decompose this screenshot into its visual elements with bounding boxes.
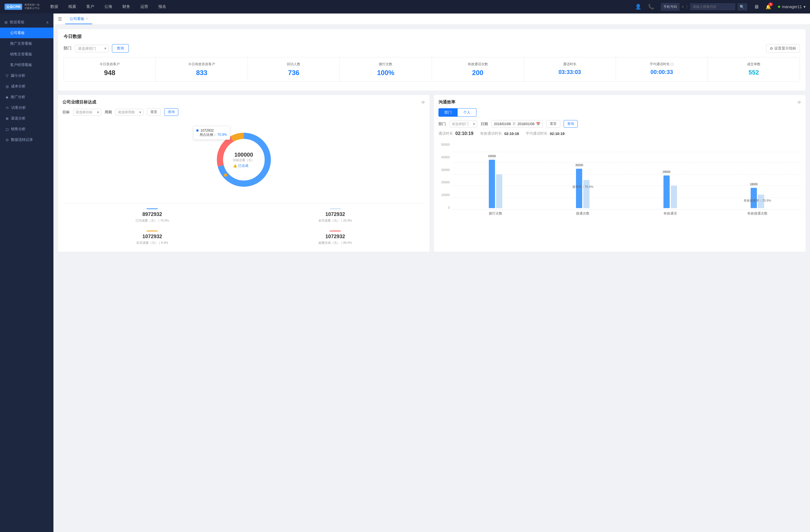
y-label-0: 0 [448,206,450,209]
eff-reset-button[interactable]: 重置 [546,120,560,128]
eff-avg-label: 平均通话时长 [526,131,548,136]
sidebar-item-visitor[interactable]: ♾访客分析 [0,102,53,113]
search-input[interactable] [690,3,735,10]
stat-deals: 成交单数 552 [708,57,799,81]
incomplete-label: 未完成量（元）｜20.9% [248,218,423,223]
grid-icon: ⊞ [4,20,7,24]
page-content: 今日数据 部门 请选择部门 查询 ⚙ 设置显示指标 [53,25,810,256]
hamburger-icon[interactable]: ☰ [58,16,62,22]
layout: ⊞ 数据看板 ∧ 公司看板 推广主管看板 销售主管看板 客户经理看板 ▽漏斗分析… [0,0,810,532]
sidebar-item-marketing-manager[interactable]: 推广主管看板 [0,38,53,49]
goal-panel-title: 公司业绩目标达成 [62,100,96,105]
stat-label-7: 成交单数 [711,62,796,67]
bar-dial-light [496,174,502,208]
bar-effective-connect-main: 18000 [751,188,757,208]
eff-effective-label: 有效通话时长 [480,131,502,136]
username: manager11 [782,4,802,9]
logo-line1: 云朵CRM [6,5,20,9]
goal-stats: 8972932 已完成量（元）｜70.9% 1072932 未完成量（元）｜20… [62,203,425,247]
sidebar-section-dashboard: ⊞ 数据看板 ∧ 公司看板 推广主管看板 销售主管看板 客户经理看板 ▽漏斗分析… [0,14,53,148]
goal-reset-button[interactable]: 重置 [147,108,161,116]
sidebar-item-data-flow[interactable]: ⊙数据流转记录 [0,134,53,145]
nav-leads[interactable]: 线索 [66,3,79,11]
monitor-icon[interactable]: 🖥 [754,4,759,10]
stat-value-7: 552 [711,69,796,76]
efficiency-refresh-icon[interactable]: ⟳ [798,100,801,105]
person-icon[interactable]: 👤 [635,4,641,10]
eff-tab-dept[interactable]: 部门 [438,108,458,117]
dept-label: 部门 [64,46,71,51]
y-label-40000: 40000 [441,155,450,159]
stat-label-5: 通话时长 [527,62,612,67]
nav-data[interactable]: 数据 [48,3,61,11]
stat-label-3: 拨打次数 [343,62,428,67]
sidebar-group-header[interactable]: ⊞ 数据看板 ∧ [0,17,53,28]
bar-connect-light [583,180,589,208]
chart-content: 43000 35000 [452,143,801,216]
bar-effective-main: 29000 [663,176,670,208]
thumbup-icon: 👍 [233,164,237,168]
logo-box: 云朵CRM [4,4,22,10]
eff-avg-duration-group: 平均通话时长 02:10:19 [526,131,565,136]
nav-enrollment[interactable]: 报名 [156,3,168,11]
bar-group-effective: 29000 [627,176,714,209]
sidebar-item-promotion[interactable]: ◈推广分析 [0,92,53,102]
top-nav: 云朵CRM 教育机构一站式服务云平台 数据 线索 客户 公海 财务 运营 报名 … [0,0,810,14]
panels-row: 公司业绩目标达成 ⟳ 目标 请选择目标 周期 请选 [58,95,806,252]
sidebar-item-funnel[interactable]: ▽漏斗分析 [0,70,53,81]
goal-panel-header: 公司业绩目标达成 ⟳ [62,100,425,105]
eff-dept-select[interactable]: 请选择部门 [449,121,477,127]
phone-icon[interactable]: 📞 [648,4,654,10]
stat-label-0: 今日首咨客户 [67,62,152,67]
sidebar-item-sales[interactable]: ◻销售分析 [0,124,53,134]
eff-dept-label: 部门 [438,121,446,127]
search-type-select[interactable]: 手机号码 [661,3,680,11]
nav-finance[interactable]: 财务 [120,3,132,11]
nav-customers[interactable]: 客户 [84,3,96,11]
sidebar-item-company[interactable]: 公司看板 [0,28,53,38]
donut-achieved: 👍 已达成 [233,163,255,168]
eff-query-button[interactable]: 查询 [564,120,578,128]
efficiency-tabs: 部门 个人 [438,108,801,117]
dept-select[interactable]: 请选择部门 [75,45,109,52]
user-info[interactable]: manager11 ▾ [778,4,806,9]
goal-stat-exceeded: 1072932 超额完成（元）｜89.9% [245,228,425,247]
bar-group-connect: 35000 接通率：70.9% [539,169,626,209]
bar-dial-main: 43000 [489,160,495,208]
period-select[interactable]: 请选择周期 [115,109,143,116]
sidebar-collapse-icon: ∧ [46,20,49,24]
bar-label-18000: 18000 [750,183,758,186]
goal-refresh-icon[interactable]: ⟳ [422,100,425,105]
settings-button[interactable]: ⚙ 设置显示指标 [766,44,800,53]
nav-public[interactable]: 公海 [102,3,114,11]
sidebar-item-channel[interactable]: ⊗渠道分析 [0,113,53,124]
eff-duration-group: 通话时长 02:10:19 [438,131,473,136]
tab-close-company[interactable]: × [86,17,88,20]
tab-company[interactable]: 公司看板 × [65,14,92,24]
y-label-10000: 10000 [441,193,450,197]
bell-icon[interactable]: 🔔 5 [765,4,771,10]
search-button[interactable]: 🔍 [738,3,747,11]
sidebar-group-title: 数据看板 [10,20,25,25]
bars-area: 43000 35000 [452,143,801,210]
goal-stat-expected: 1072932 应完成量（元）｜8.9% [62,228,242,247]
eff-duration-value: 02:10:19 [455,131,473,136]
sidebar-item-cost[interactable]: ◎成本分析 [0,81,53,92]
sidebar-item-account-manager[interactable]: 客户经理看板 [0,60,53,70]
x-label-connect: 接通次数 [539,210,626,216]
dept-select-wrap: 请选择部门 [75,45,109,52]
goal-query-button[interactable]: 查询 [164,108,178,116]
user-status-dot [778,6,780,8]
eff-date-range[interactable]: 2018/01/08 至 2018/01/08 📅 [491,120,543,128]
eff-tab-personal[interactable]: 个人 [458,108,476,117]
stat-effective-calls: 有效通话次数 200 [432,57,524,81]
nav-search: 手机号码 ▾ | 🔍 [661,3,747,11]
goal-stat-incomplete: 1072932 未完成量（元）｜20.9% [245,206,425,225]
target-select[interactable]: 请选择目标 [73,109,101,116]
sidebar-item-sales-manager[interactable]: 销售主管看板 [0,49,53,60]
stat-label-6: 平均通话时长 ⓘ [619,62,704,67]
y-label-50000: 50000 [441,143,450,146]
today-query-button[interactable]: 查询 [112,44,129,53]
bar-group-dial: 43000 [452,160,539,209]
nav-operations[interactable]: 运营 [138,3,150,11]
